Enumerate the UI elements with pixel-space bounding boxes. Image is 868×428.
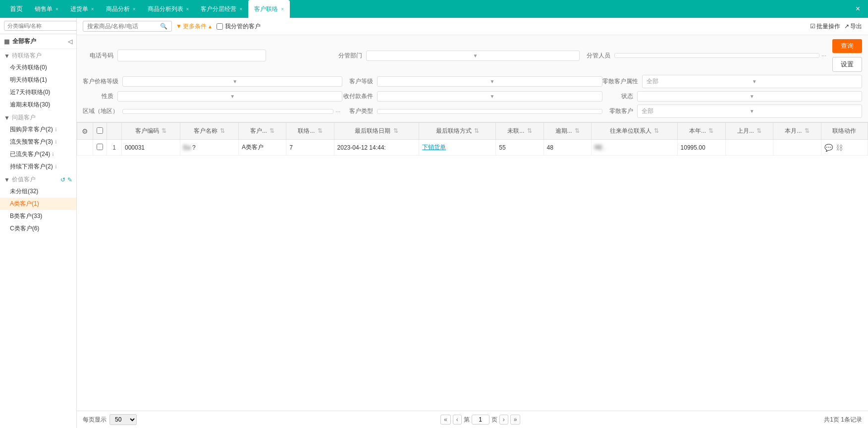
table-row: 1 000031 Ea ? A类客户 7 2023-04-12 14:44: 下…	[77, 140, 868, 156]
select-all-checkbox[interactable]	[97, 127, 103, 134]
close-segment-tab[interactable]: ×	[239, 6, 242, 12]
last-method-link[interactable]: 下销货单	[422, 144, 446, 151]
group-label-problem[interactable]: ▼ 问题客户	[0, 111, 76, 123]
row-contact-person: RE .	[591, 140, 677, 156]
row-code: 000031	[122, 140, 180, 156]
refresh-icon[interactable]: ↺	[60, 176, 65, 183]
page-size-wrap: 每页显示 50 20 100	[83, 414, 137, 425]
sort-overdue[interactable]: ⇅	[575, 127, 580, 134]
query-button[interactable]: 查询	[832, 39, 862, 53]
group-label-value[interactable]: ▼ 价值客户 ↺ ✎	[0, 173, 76, 185]
sort-last-date[interactable]: ⇅	[393, 127, 398, 134]
col-checkbox	[93, 123, 107, 140]
col-last-date: 最后联络日期 ⇅	[334, 123, 419, 140]
group-label-pending[interactable]: ▼ 待联络客户	[0, 49, 76, 61]
region-select[interactable]	[122, 109, 333, 114]
collapse-sidebar-icon[interactable]: ◁	[68, 38, 72, 45]
arrow-pending: ▼	[4, 53, 10, 59]
person-more-dots[interactable]: ···	[819, 52, 828, 59]
first-page-btn[interactable]: «	[440, 415, 451, 425]
row-last-method: 下销货单	[419, 140, 496, 156]
nature-select[interactable]: ▼	[117, 91, 342, 102]
region-more-dots[interactable]: ···	[333, 108, 342, 115]
nav-tab-sales[interactable]: 销售单 ×	[29, 0, 64, 18]
filter-search-wrap: 🔍	[83, 21, 172, 32]
sidebar-item-abnormal[interactable]: 囤购异常客户(2) ℹ	[0, 123, 76, 136]
payment-select[interactable]: ▼	[377, 91, 602, 102]
batch-op-btn[interactable]: ☑ 批量操作	[810, 22, 840, 31]
row-this-year: 10995.00	[677, 140, 725, 156]
table-settings-btn[interactable]: ⚙	[82, 127, 88, 135]
close-all-tabs[interactable]: ×	[852, 4, 864, 13]
person-select[interactable]	[614, 53, 819, 58]
filter-bar: 🔍 ▼ 更多条件 ▲ 我分管的客户 ☑ 批量操作 ↗ 导出	[77, 18, 868, 35]
sidebar-item-7days[interactable]: 近7天待联络(0)	[0, 86, 76, 99]
edit-value-icon[interactable]: ✎	[67, 176, 72, 183]
sidebar-item-declining[interactable]: 持续下滑客户(2) ℹ	[0, 160, 76, 173]
sort-contacts[interactable]: ⇅	[318, 127, 323, 134]
nav-tab-purchase[interactable]: 进货单 ×	[64, 0, 100, 18]
retail-attr-select[interactable]: 全部 ▼	[642, 75, 862, 88]
row-settings-cell	[77, 140, 93, 156]
sidebar-item-churned[interactable]: 已流失客户(24) ℹ	[0, 148, 76, 160]
sidebar-item-c-class[interactable]: C类客户(6)	[0, 222, 76, 235]
adv-field-retail-customer: 零散客户 全部 ▼	[602, 105, 862, 118]
close-analysis-list-tab[interactable]: ×	[186, 6, 189, 12]
adv-field-price-level: 客户价格等级 ▼	[83, 76, 342, 87]
nav-tab-customer-segment[interactable]: 客户分层经营 ×	[195, 0, 248, 18]
dept-select[interactable]: ▼	[366, 51, 580, 61]
price-level-select[interactable]: ▼	[122, 76, 342, 87]
export-btn[interactable]: ↗ 导出	[844, 22, 862, 31]
retail-customer-select[interactable]: 全部 ▼	[637, 105, 862, 118]
sort-code[interactable]: ⇅	[162, 127, 166, 134]
sidebar-item-tomorrow[interactable]: 明天待联络(1)	[0, 74, 76, 86]
next-page-btn[interactable]: ›	[499, 415, 508, 425]
sort-ctype[interactable]: ⇅	[270, 127, 274, 134]
set-button[interactable]: 设置	[832, 57, 862, 72]
sidebar-item-a-class[interactable]: A类客户(1)	[0, 198, 76, 210]
page-size-select[interactable]: 50 20 100	[109, 414, 137, 425]
close-sales-tab[interactable]: ×	[55, 6, 58, 12]
filter-more-btn[interactable]: ▼ 更多条件 ▲	[176, 22, 213, 31]
page-input[interactable]	[472, 415, 489, 425]
sidebar-item-today[interactable]: 今天待联络(0)	[0, 61, 76, 74]
last-page-btn[interactable]: »	[510, 415, 521, 425]
col-contacts: 联络... ⇅	[286, 123, 334, 140]
filter-search-icon[interactable]: 🔍	[160, 23, 167, 30]
sort-no-contact[interactable]: ⇅	[527, 127, 532, 134]
sidebar-item-overdue[interactable]: 逾期未联络(30)	[0, 99, 76, 111]
close-purchase-tab[interactable]: ×	[91, 6, 94, 12]
sort-last-month[interactable]: ⇅	[757, 127, 761, 134]
sidebar-item-ungraded[interactable]: 未分组(32)	[0, 185, 76, 198]
nav-home[interactable]: 首页	[4, 4, 29, 13]
row-checkbox[interactable]	[97, 144, 103, 150]
sort-last-method[interactable]: ⇅	[474, 127, 479, 134]
dept-caret: ▼	[473, 53, 576, 58]
prev-page-btn[interactable]: ‹	[453, 415, 462, 425]
customer-type-select[interactable]	[377, 109, 602, 114]
status-select[interactable]: ▼	[637, 91, 862, 102]
sort-this-year[interactable]: ⇅	[708, 127, 713, 134]
close-contact-tab[interactable]: ×	[281, 6, 284, 12]
adv-field-payment: 收付款条件 ▼	[342, 91, 602, 102]
sort-name[interactable]: ⇅	[220, 127, 225, 134]
col-this-month: 本月... ⇅	[773, 123, 821, 140]
filter-actions: ☑ 批量操作 ↗ 导出	[810, 22, 862, 31]
phone-input[interactable]	[117, 50, 266, 61]
filter-search-input[interactable]	[87, 23, 158, 30]
sidebar-search-input[interactable]	[4, 21, 77, 31]
customer-level-select[interactable]: ▼	[377, 76, 602, 87]
chat-action-icon[interactable]: 💬	[824, 144, 833, 152]
close-analysis-tab[interactable]: ×	[133, 6, 136, 12]
nav-tab-customer-contact[interactable]: 客户联络 ×	[248, 0, 290, 18]
my-customers-checkbox[interactable]	[217, 23, 223, 30]
nav-tab-analysis[interactable]: 商品分析 ×	[100, 0, 142, 18]
advanced-filter: 电话号码 分管部门 ▼ 分管人员 ··· 查询	[77, 35, 868, 122]
sidebar-item-churn-warn[interactable]: 流失预警客户(3) ℹ	[0, 136, 76, 148]
my-customers-checkbox-wrap[interactable]: 我分管的客户	[217, 22, 261, 31]
link-action-icon[interactable]: ⛓	[836, 144, 843, 152]
sort-this-month[interactable]: ⇅	[805, 127, 810, 134]
nav-tab-analysis-list[interactable]: 商品分析列表 ×	[142, 0, 195, 18]
sort-contact-person[interactable]: ⇅	[654, 127, 659, 134]
sidebar-item-b-class[interactable]: B类客户(33)	[0, 210, 76, 222]
